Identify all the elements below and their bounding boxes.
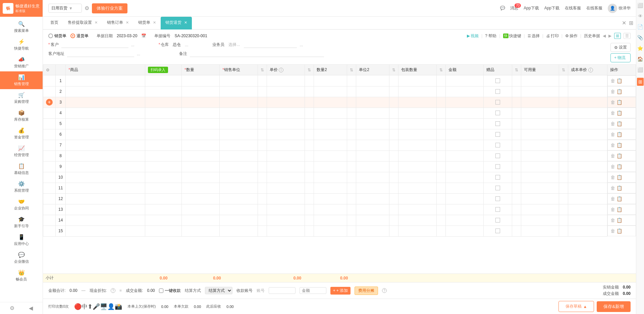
industry-select[interactable]: 日用百货 ▼ bbox=[48, 4, 82, 13]
discount-info-icon[interactable]: ? bbox=[111, 288, 115, 293]
available-cell[interactable] bbox=[521, 193, 559, 204]
gift-checkbox[interactable] bbox=[495, 218, 500, 223]
qty2-cell[interactable] bbox=[314, 172, 347, 183]
qty2-cell[interactable] bbox=[314, 215, 347, 226]
collapse-icon[interactable]: ◀ bbox=[29, 305, 33, 311]
staff-dots[interactable]: ... bbox=[300, 43, 303, 47]
unit-cell[interactable] bbox=[220, 118, 258, 129]
gift-cell[interactable] bbox=[483, 215, 512, 226]
tab-close-price-setting[interactable]: ✕ bbox=[95, 20, 98, 25]
available-cell[interactable] bbox=[521, 108, 559, 118]
online-service-link[interactable]: 在线客服 bbox=[565, 5, 581, 11]
pack-qty-cell[interactable] bbox=[398, 215, 436, 226]
qty2-cell[interactable] bbox=[314, 108, 347, 118]
split-help-icon[interactable]: ? bbox=[382, 288, 387, 293]
logistics-btn[interactable]: + 物流 bbox=[610, 53, 631, 62]
cost-price-cell[interactable] bbox=[568, 161, 607, 172]
amount-cell[interactable] bbox=[445, 86, 483, 97]
radio-delivery[interactable]: 销货单 bbox=[48, 33, 66, 39]
unit2-cell[interactable] bbox=[356, 108, 389, 118]
copy-row-btn[interactable]: 📋 bbox=[616, 110, 622, 116]
sidebar-item-newguide[interactable]: 🎓 新手引导 bbox=[0, 213, 43, 231]
cost-price-cell[interactable] bbox=[568, 204, 607, 215]
gift-checkbox[interactable] bbox=[495, 78, 500, 83]
price-cell[interactable] bbox=[267, 97, 305, 108]
tab-menu-btn[interactable]: ⊞ bbox=[629, 20, 633, 26]
qty2-cell[interactable] bbox=[314, 150, 347, 161]
pack-qty-cell[interactable] bbox=[398, 129, 436, 140]
copy-row-btn[interactable]: 📋 bbox=[616, 153, 622, 159]
amount-cell[interactable] bbox=[445, 129, 483, 140]
table-container[interactable]: ⚙ *商品 扫码录入 *数量 bbox=[43, 64, 636, 273]
right-panel-icon-6[interactable]: 🏠 bbox=[637, 56, 643, 62]
user-avatar[interactable]: 👤 徐泽华 bbox=[608, 4, 631, 13]
right-panel-icon-5[interactable]: ⭐ bbox=[637, 46, 643, 51]
unit-cell[interactable] bbox=[220, 97, 258, 108]
gift-cell[interactable] bbox=[483, 150, 512, 161]
amount-cell[interactable] bbox=[445, 172, 483, 183]
qty2-cell[interactable] bbox=[314, 97, 347, 108]
amount-cell[interactable] bbox=[445, 183, 483, 193]
sort-icon-6[interactable]: ⇅ bbox=[515, 68, 518, 72]
qty2-cell[interactable] bbox=[314, 118, 347, 129]
gift-checkbox[interactable] bbox=[495, 143, 500, 147]
gift-cell[interactable] bbox=[483, 129, 512, 140]
price-info-icon[interactable]: i bbox=[279, 68, 283, 72]
available-cell[interactable] bbox=[521, 150, 559, 161]
amount-cell[interactable] bbox=[445, 204, 483, 215]
pack-qty-cell[interactable] bbox=[398, 108, 436, 118]
address-input[interactable] bbox=[67, 51, 134, 57]
gift-cell[interactable] bbox=[483, 226, 512, 236]
quantity-cell[interactable] bbox=[182, 226, 220, 236]
available-cell[interactable] bbox=[521, 161, 559, 172]
address-dots[interactable]: ... bbox=[137, 52, 140, 56]
amount-input[interactable] bbox=[300, 287, 326, 294]
copy-row-btn[interactable]: 📋 bbox=[616, 100, 622, 105]
one-click-checkbox[interactable] bbox=[159, 289, 163, 293]
gift-checkbox[interactable] bbox=[495, 89, 500, 94]
sidebar-item-marketing[interactable]: 📣 营销推广 bbox=[0, 54, 43, 71]
unit2-cell[interactable] bbox=[356, 172, 389, 183]
sidebar-item-finance[interactable]: 💰 资金管理 bbox=[0, 125, 43, 142]
product-cell[interactable] bbox=[66, 150, 145, 161]
unit-cell[interactable] bbox=[220, 161, 258, 172]
price-cell[interactable] bbox=[267, 140, 305, 150]
tab-price-setting[interactable]: 售价提取设置 ✕ bbox=[63, 17, 102, 29]
qty2-cell[interactable] bbox=[314, 183, 347, 193]
amount-cell[interactable] bbox=[445, 108, 483, 118]
delete-row-btn[interactable]: 🗑 bbox=[610, 121, 615, 126]
pack-qty-cell[interactable] bbox=[398, 193, 436, 204]
list-view-btn[interactable]: ☰ bbox=[624, 33, 631, 39]
unit-cell[interactable] bbox=[220, 86, 258, 97]
product-cell[interactable] bbox=[66, 86, 145, 97]
settings-topbar-icon[interactable]: ⚙ bbox=[85, 5, 89, 11]
add-row-btn[interactable]: + bbox=[46, 99, 53, 106]
grid-view-btn[interactable]: ⊞ bbox=[614, 33, 621, 39]
delete-row-btn[interactable]: 🗑 bbox=[610, 228, 615, 234]
copy-row-btn[interactable]: 📋 bbox=[616, 142, 622, 148]
unit2-cell[interactable] bbox=[356, 226, 389, 236]
quantity-cell[interactable] bbox=[182, 193, 220, 204]
unit2-cell[interactable] bbox=[356, 140, 389, 150]
product-cell[interactable] bbox=[66, 226, 145, 236]
experience-btn[interactable]: 体验行业方案 bbox=[92, 3, 127, 13]
amount-cell[interactable] bbox=[445, 193, 483, 204]
delete-row-btn[interactable]: 🗑 bbox=[610, 207, 615, 212]
sidebar-item-shortcut[interactable]: ⚡ 快捷导航 bbox=[0, 36, 43, 54]
available-cell[interactable] bbox=[521, 183, 559, 193]
quantity-cell[interactable] bbox=[182, 108, 220, 118]
unit-cell[interactable] bbox=[220, 226, 258, 236]
unit2-cell[interactable] bbox=[356, 86, 389, 97]
settlement-select[interactable]: 结算方式 bbox=[205, 287, 232, 294]
tab-sales-return[interactable]: 销货退货 ✕ bbox=[161, 17, 192, 29]
amount-cell[interactable] bbox=[445, 161, 483, 172]
radio-return[interactable]: 退货单 bbox=[70, 33, 89, 39]
quantity-cell[interactable] bbox=[182, 140, 220, 150]
unit-cell[interactable] bbox=[220, 108, 258, 118]
product-cell[interactable] bbox=[66, 108, 145, 118]
quantity-cell[interactable] bbox=[182, 86, 220, 97]
unit-cell[interactable] bbox=[220, 75, 258, 86]
quantity-cell[interactable] bbox=[182, 118, 220, 129]
product-cell[interactable] bbox=[66, 75, 145, 86]
sort-icon-2[interactable]: ⇅ bbox=[308, 68, 311, 72]
